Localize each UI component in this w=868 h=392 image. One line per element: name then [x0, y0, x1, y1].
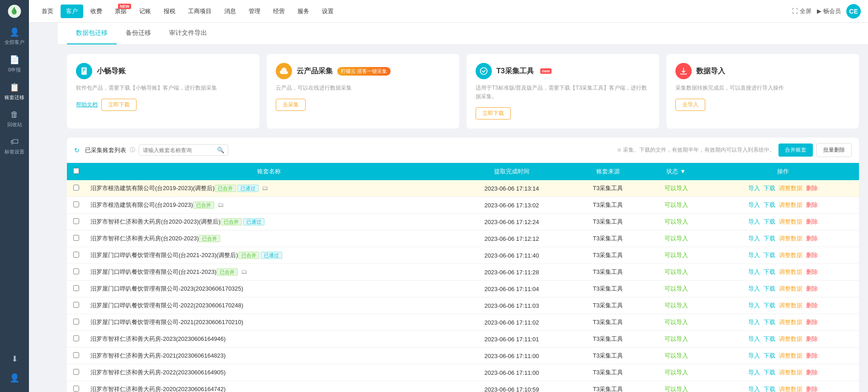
row-copy-icon[interactable]: 🗂	[217, 201, 224, 208]
go-import-btn[interactable]: 去导入	[675, 99, 705, 111]
action-导入[interactable]: 导入	[748, 335, 760, 342]
fullscreen-btn[interactable]: ⛶ 全屏	[792, 7, 811, 15]
action-导入[interactable]: 导入	[748, 252, 760, 258]
help-doc-link[interactable]: 帮助文档	[76, 101, 98, 109]
member-btn[interactable]: ▶ 畅会员	[817, 7, 841, 15]
row-copy-icon[interactable]: 🗂	[241, 268, 247, 275]
action-导入[interactable]: 导入	[748, 201, 760, 208]
action-删除[interactable]: 删除	[806, 335, 818, 342]
nav-billing[interactable]: 收费	[85, 5, 108, 18]
nav-service[interactable]: 服务	[292, 5, 315, 18]
action-导入[interactable]: 导入	[748, 218, 760, 225]
nav-client[interactable]: 客户	[61, 5, 83, 18]
action-删除[interactable]: 删除	[806, 235, 818, 242]
row-checkbox-1[interactable]	[73, 201, 79, 207]
action-导入[interactable]: 导入	[748, 302, 760, 309]
action-下载[interactable]: 下载	[764, 252, 775, 258]
action-导入[interactable]: 导入	[748, 185, 760, 191]
action-下载[interactable]: 下载	[764, 218, 775, 225]
row-checkbox-9[interactable]	[73, 335, 79, 341]
action-下载[interactable]: 下载	[764, 352, 775, 359]
action-调整数据[interactable]: 调整数据	[779, 268, 802, 275]
sidebar-item-account-migrate[interactable]: 📋 账套迁移	[0, 78, 29, 105]
action-导入[interactable]: 导入	[748, 369, 760, 376]
search-icon[interactable]: 🔍	[217, 147, 224, 153]
action-导入[interactable]: 导入	[748, 352, 760, 359]
nav-message[interactable]: 消息	[219, 5, 241, 18]
action-导入[interactable]: 导入	[748, 386, 760, 392]
row-checkbox-0[interactable]	[73, 185, 79, 191]
go-collect-btn[interactable]: 去采集	[276, 99, 306, 111]
nav-accounting[interactable]: 记账	[134, 5, 156, 18]
action-导入[interactable]: 导入	[748, 285, 760, 292]
merge-btn[interactable]: 合并账套	[778, 143, 813, 157]
action-调整数据[interactable]: 调整数据	[779, 252, 802, 258]
nav-setting[interactable]: 设置	[316, 5, 339, 18]
nav-home[interactable]: 首页	[36, 5, 59, 18]
action-下载[interactable]: 下载	[764, 185, 775, 191]
action-调整数据[interactable]: 调整数据	[779, 285, 802, 292]
action-删除[interactable]: 删除	[806, 185, 818, 191]
row-copy-icon[interactable]: 🗂	[262, 184, 268, 191]
action-删除[interactable]: 删除	[806, 268, 818, 275]
action-调整数据[interactable]: 调整数据	[779, 201, 802, 208]
action-删除[interactable]: 删除	[806, 252, 818, 258]
row-checkbox-3[interactable]	[73, 235, 79, 241]
action-下载[interactable]: 下载	[764, 369, 775, 376]
action-导入[interactable]: 导入	[748, 235, 760, 242]
sidebar-item-zero-report[interactable]: 📄 0申报	[0, 50, 29, 78]
action-调整数据[interactable]: 调整数据	[779, 369, 802, 376]
sidebar-item-download[interactable]: ⬇	[0, 349, 29, 368]
row-checkbox-2[interactable]	[73, 218, 79, 224]
row-checkbox-8[interactable]	[73, 319, 79, 325]
action-下载[interactable]: 下载	[764, 235, 775, 242]
sidebar-item-user-settings[interactable]: 👤	[0, 368, 29, 387]
action-调整数据[interactable]: 调整数据	[779, 352, 802, 359]
sidebar-item-label-settings[interactable]: 🏷 标签设置	[0, 133, 29, 160]
help-icon[interactable]: ⓘ	[130, 146, 135, 154]
download-now-btn-2[interactable]: 立即下载	[476, 107, 511, 120]
avatar[interactable]: CE	[846, 4, 861, 19]
batch-delete-btn[interactable]: 批量删除	[816, 143, 852, 157]
action-调整数据[interactable]: 调整数据	[779, 218, 802, 225]
nav-operation[interactable]: 经营	[268, 5, 290, 18]
search-input[interactable]	[143, 147, 215, 153]
tab-audit-export[interactable]: 审计文件导出	[160, 23, 216, 44]
action-调整数据[interactable]: 调整数据	[779, 386, 802, 392]
action-下载[interactable]: 下载	[764, 319, 775, 325]
col-status[interactable]: 状态 ▼	[645, 163, 707, 180]
row-checkbox-4[interactable]	[73, 252, 79, 258]
action-下载[interactable]: 下载	[764, 302, 775, 309]
row-checkbox-11[interactable]	[73, 369, 79, 375]
select-all-checkbox[interactable]	[73, 168, 79, 174]
sidebar-item-recycle[interactable]: 🗑 回收站	[0, 105, 29, 133]
action-导入[interactable]: 导入	[748, 268, 760, 275]
nav-tax[interactable]: 报税	[158, 5, 181, 18]
action-删除[interactable]: 删除	[806, 319, 818, 325]
action-删除[interactable]: 删除	[806, 285, 818, 292]
action-删除[interactable]: 删除	[806, 302, 818, 309]
action-下载[interactable]: 下载	[764, 386, 775, 392]
action-调整数据[interactable]: 调整数据	[779, 335, 802, 342]
row-checkbox-5[interactable]	[73, 268, 79, 274]
action-调整数据[interactable]: 调整数据	[779, 319, 802, 325]
action-删除[interactable]: 删除	[806, 352, 818, 359]
action-删除[interactable]: 删除	[806, 201, 818, 208]
row-checkbox-12[interactable]	[73, 386, 79, 392]
row-checkbox-7[interactable]	[73, 302, 79, 308]
download-now-btn-1[interactable]: 立即下载	[101, 99, 137, 111]
row-checkbox-6[interactable]	[73, 285, 79, 291]
action-调整数据[interactable]: 调整数据	[779, 302, 802, 309]
nav-business[interactable]: 工商项目	[183, 5, 217, 18]
nav-invoice[interactable]: 票据 NEW	[109, 5, 132, 18]
tab-backup-migrate[interactable]: 备份迁移	[117, 23, 160, 44]
tab-data-migrate[interactable]: 数据包迁移	[67, 23, 117, 44]
action-调整数据[interactable]: 调整数据	[779, 235, 802, 242]
action-删除[interactable]: 删除	[806, 218, 818, 225]
action-调整数据[interactable]: 调整数据	[779, 185, 802, 191]
refresh-icon[interactable]: ↻	[74, 147, 80, 154]
row-checkbox-10[interactable]	[73, 352, 79, 358]
action-下载[interactable]: 下载	[764, 201, 775, 208]
nav-manage[interactable]: 管理	[243, 5, 266, 18]
action-下载[interactable]: 下载	[764, 285, 775, 292]
